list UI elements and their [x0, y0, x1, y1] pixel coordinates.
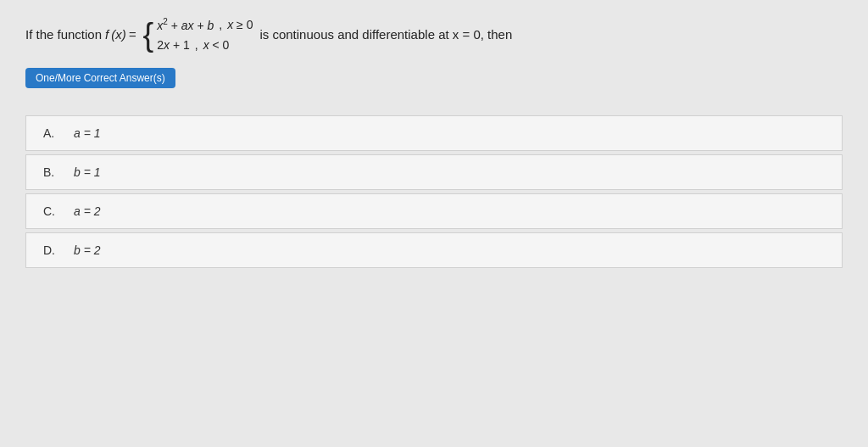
- left-brace: {: [143, 19, 154, 51]
- question-area: If the function f (x) = { x2 + ax + b , …: [25, 15, 843, 103]
- case2-expression: 2x + 1: [157, 36, 190, 54]
- option-a[interactable]: A. a = 1: [25, 115, 843, 151]
- options-container: A. a = 1 B. b = 1 C. a = 2 D. b = 2: [25, 115, 843, 271]
- piecewise-function: { x2 + ax + b , x ≥ 0 2x + 1 , x < 0: [143, 15, 253, 54]
- question-suffix: is continuous and differentiable at x = …: [259, 25, 512, 45]
- piecewise-row-2: 2x + 1 , x < 0: [157, 36, 253, 54]
- option-c-value: a = 2: [74, 204, 101, 218]
- page-container: If the function f (x) = { x2 + ax + b , …: [0, 0, 868, 447]
- option-a-label: A.: [43, 126, 60, 140]
- case1-expression: x2 + ax + b: [157, 15, 214, 35]
- option-d-value: b = 2: [74, 243, 101, 257]
- case2-comma: ,: [195, 36, 198, 54]
- option-a-value: a = 1: [74, 126, 101, 140]
- option-c-label: C.: [43, 204, 60, 218]
- question-text: If the function f (x) = { x2 + ax + b , …: [25, 15, 843, 54]
- option-c[interactable]: C. a = 2: [25, 193, 843, 229]
- answer-type-badge[interactable]: One/More Correct Answer(s): [25, 68, 175, 88]
- option-b-label: B.: [43, 165, 60, 179]
- piecewise-rows: x2 + ax + b , x ≥ 0 2x + 1 , x < 0: [157, 15, 253, 54]
- option-b-value: b = 1: [74, 165, 101, 179]
- option-d-label: D.: [43, 243, 60, 257]
- function-name: f (x) =: [105, 25, 136, 45]
- case2-condition: x < 0: [203, 36, 230, 54]
- case1-comma: ,: [219, 16, 222, 34]
- option-b[interactable]: B. b = 1: [25, 154, 843, 190]
- piecewise-row-1: x2 + ax + b , x ≥ 0: [157, 15, 253, 35]
- case1-condition: x ≥ 0: [227, 16, 253, 34]
- option-d[interactable]: D. b = 2: [25, 232, 843, 268]
- question-prefix: If the function: [25, 25, 102, 45]
